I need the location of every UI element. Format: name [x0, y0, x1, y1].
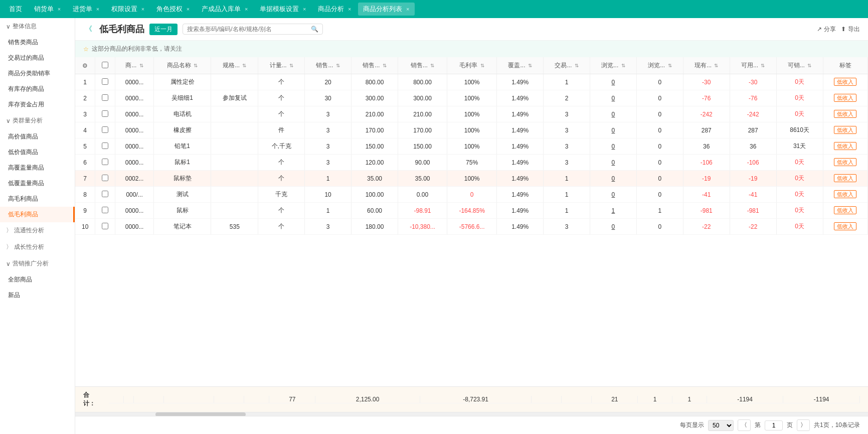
sidebar-group-growth[interactable]: 〉 成长性分析 — [0, 239, 75, 255]
table-row[interactable]: 4 0000... 橡皮擦 件 3 170.00 170.00 100% 1.4… — [75, 122, 868, 138]
close-icon[interactable]: × — [58, 6, 61, 12]
nav-analysis-list[interactable]: 商品分析列表 × — [358, 3, 414, 16]
sidebar-item-capital[interactable]: 库存资金占用 — [0, 97, 75, 112]
nav-template[interactable]: 单据模板设置 × — [255, 3, 311, 16]
col-gross-rate[interactable]: 毛利率 ⇅ — [447, 57, 497, 74]
cell-browse1[interactable]: 0 — [590, 171, 637, 187]
cell-browse1[interactable]: 0 — [590, 90, 637, 106]
col-saleable[interactable]: 可销... ⇅ — [776, 57, 823, 74]
sidebar-item-low-value[interactable]: 低价值商品 — [0, 144, 75, 160]
next-page-btn[interactable]: 〉 — [797, 419, 810, 431]
cell-checkbox[interactable] — [95, 90, 115, 106]
close-icon[interactable]: × — [245, 6, 248, 12]
col-spec[interactable]: 规格... ⇅ — [211, 57, 258, 74]
sidebar-group-overall[interactable]: ∨ 整体信息 — [0, 18, 75, 35]
sidebar-item-sales-goods[interactable]: 销售类商品 — [0, 35, 75, 50]
cell-checkbox[interactable] — [95, 203, 115, 219]
close-icon[interactable]: × — [303, 6, 306, 12]
close-icon[interactable]: × — [96, 6, 99, 12]
col-browse1[interactable]: 浏览... ⇅ — [590, 57, 637, 74]
col-current[interactable]: 现有... ⇅ — [683, 57, 730, 74]
table-row[interactable]: 9 0000... 鼠标 个 1 60.00 -98.91 -164.85% 1… — [75, 203, 868, 219]
share-button[interactable]: ↗ 分享 — [817, 25, 836, 34]
cell-checkbox[interactable] — [95, 219, 115, 235]
cell-checkbox[interactable] — [95, 122, 115, 138]
table-area[interactable]: ⚙ 商... ⇅ 商品名称 ⇅ 规格... ⇅ 计量... ⇅ 销售... ⇅ … — [75, 57, 868, 386]
nav-sales[interactable]: 销货单 × — [29, 3, 66, 16]
search-box[interactable]: 🔍 — [183, 24, 323, 35]
nav-purchase[interactable]: 进货单 × — [68, 3, 104, 16]
table-row[interactable]: 5 0000... 铅笔1 个,千克 3 150.00 150.00 100% … — [75, 138, 868, 155]
close-icon[interactable]: × — [187, 6, 190, 12]
export-button[interactable]: ⬆ 导出 — [841, 25, 860, 34]
sidebar-collapse-btn[interactable]: 《 — [83, 25, 94, 34]
table-row[interactable]: 3 0000... 电话机 个 3 210.00 210.00 100% 1.4… — [75, 106, 868, 122]
cell-checkbox[interactable] — [95, 74, 115, 90]
cell-browse1[interactable]: 0 — [590, 187, 637, 203]
close-icon[interactable]: × — [141, 6, 144, 12]
table-row[interactable]: 1 0000... 属性定价 个 20 800.00 800.00 100% 1… — [75, 74, 868, 90]
row-checkbox[interactable] — [102, 159, 108, 165]
col-settings[interactable]: ⚙ — [75, 57, 95, 74]
table-row[interactable]: 8 000/... 测试 千克 10 100.00 0.00 0 1.49% 1… — [75, 187, 868, 203]
sidebar-item-category-rate[interactable]: 商品分类助销率 — [0, 66, 75, 81]
row-checkbox[interactable] — [102, 207, 108, 213]
nav-analysis[interactable]: 商品分析 × — [313, 3, 356, 16]
col-unit[interactable]: 计量... ⇅ — [258, 57, 305, 74]
sidebar-item-high-coverage[interactable]: 高覆盖量商品 — [0, 160, 75, 176]
cell-browse1[interactable]: 1 — [590, 203, 637, 219]
col-checkbox[interactable] — [95, 57, 115, 74]
filter-recent-month[interactable]: 近一月 — [149, 24, 178, 35]
sidebar-item-low-margin[interactable]: 低毛利商品 — [0, 207, 75, 222]
page-size-select[interactable]: 50 100 200 — [708, 420, 734, 431]
cell-browse1[interactable]: 0 — [590, 138, 637, 155]
cell-checkbox[interactable] — [95, 187, 115, 203]
cell-checkbox[interactable] — [95, 106, 115, 122]
sidebar-item-high-value[interactable]: 高价值商品 — [0, 129, 75, 144]
nav-home[interactable]: 首页 — [4, 3, 27, 16]
sidebar-group-cluster[interactable]: ∨ 类群量分析 — [0, 112, 75, 129]
cell-checkbox[interactable] — [95, 171, 115, 187]
row-checkbox[interactable] — [102, 94, 108, 101]
nav-permissions[interactable]: 权限设置 × — [106, 3, 149, 16]
cell-browse1[interactable]: 0 — [590, 155, 637, 171]
sidebar-item-inventory-goods[interactable]: 有库存的商品 — [0, 81, 75, 97]
sidebar-item-new-goods[interactable]: 新品 — [0, 287, 75, 303]
col-sale-amount[interactable]: 销售... ⇅ — [352, 57, 398, 74]
cell-browse1[interactable]: 0 — [590, 219, 637, 235]
sidebar-item-traded-goods[interactable]: 交易过的商品 — [0, 50, 75, 66]
col-sale-profit[interactable]: 销售... ⇅ — [398, 57, 447, 74]
select-all-checkbox[interactable] — [102, 62, 108, 68]
row-checkbox[interactable] — [102, 223, 108, 229]
close-icon[interactable]: × — [348, 6, 351, 12]
col-tag[interactable]: 标签 — [823, 57, 867, 74]
cell-browse1[interactable]: 0 — [590, 122, 637, 138]
col-transaction[interactable]: 交易... ⇅ — [544, 57, 590, 74]
col-available[interactable]: 可用... ⇅ — [730, 57, 776, 74]
nav-products[interactable]: 产成品入库单 × — [197, 3, 253, 16]
sidebar-item-all-goods[interactable]: 全部商品 — [0, 272, 75, 287]
cell-checkbox[interactable] — [95, 138, 115, 155]
prev-page-btn[interactable]: 〈 — [738, 419, 751, 431]
col-sale-count[interactable]: 销售... ⇅ — [305, 57, 352, 74]
page-input[interactable] — [765, 420, 783, 430]
search-input[interactable] — [187, 26, 311, 33]
row-checkbox[interactable] — [102, 142, 108, 149]
col-code[interactable]: 商... ⇅ — [115, 57, 154, 74]
sidebar-group-marketing[interactable]: ∨ 营销推广分析 — [0, 255, 75, 272]
col-browse2[interactable]: 浏览... ⇅ — [636, 57, 683, 74]
row-checkbox[interactable] — [102, 175, 108, 181]
cell-checkbox[interactable] — [95, 155, 115, 171]
cell-browse1[interactable]: 0 — [590, 106, 637, 122]
sidebar-group-flow[interactable]: 〉 流通性分析 — [0, 222, 75, 239]
row-checkbox[interactable] — [102, 126, 108, 133]
row-checkbox[interactable] — [102, 78, 108, 85]
nav-roles[interactable]: 角色授权 × — [151, 3, 195, 16]
col-name[interactable]: 商品名称 ⇅ — [153, 57, 211, 74]
table-row[interactable]: 10 0000... 笔记本 535 个 3 180.00 -10,380...… — [75, 219, 868, 235]
close-icon[interactable]: × — [406, 6, 409, 12]
row-checkbox[interactable] — [102, 110, 108, 117]
table-row[interactable]: 7 0002... 鼠标垫 个 1 35.00 35.00 100% 1.49%… — [75, 171, 868, 187]
table-row[interactable]: 6 0000... 鼠标1 个 3 120.00 90.00 75% 1.49%… — [75, 155, 868, 171]
sidebar-item-high-margin[interactable]: 高毛利商品 — [0, 191, 75, 207]
